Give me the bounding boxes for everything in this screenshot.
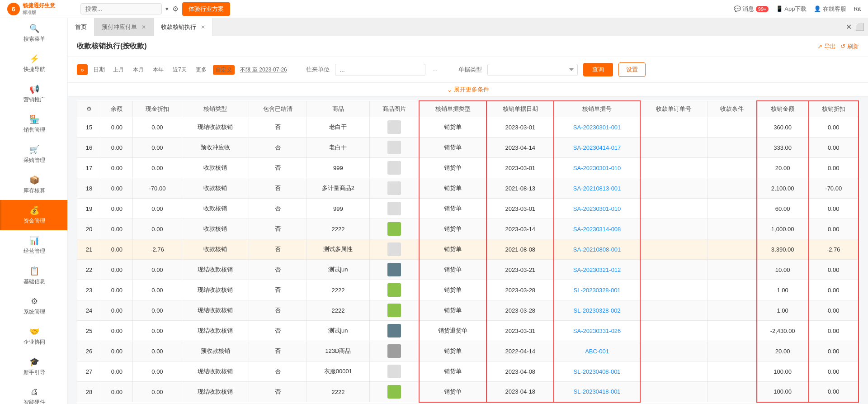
content-area: 首页 预付冲应付单 ✕ 收款核销执行 ✕ ✕ ⬜ 收款核销执行(按收款) ↗ <box>68 18 868 404</box>
sidebar-item-marketing[interactable]: 📢 营销推广 <box>0 79 67 109</box>
trial-button[interactable]: 体验行业方案 <box>182 2 230 16</box>
cell-receipt-no <box>640 361 707 382</box>
cell-balance: 0.00 <box>101 219 132 239</box>
gear-icon[interactable]: ⚙ <box>172 5 179 13</box>
cell-amount: 20.00 <box>757 341 809 361</box>
sidebar-item-collab[interactable]: 🤝 企业协同 <box>0 321 67 352</box>
sidebar-item-purchase[interactable]: 🛒 采购管理 <box>0 139 67 170</box>
top-search-input[interactable] <box>80 3 162 14</box>
filter-date-options: 上月 本月 本年 近7天 更多 自定义 <box>110 65 235 75</box>
sidebar-item-guide[interactable]: 🎓 新手引导 <box>0 352 67 382</box>
tab-close-all-icon[interactable]: ✕ <box>846 23 852 31</box>
date-last-month[interactable]: 上月 <box>110 65 127 75</box>
dropdown-arrow-icon[interactable]: ▾ <box>165 5 169 12</box>
refresh-icon: ↺ <box>840 43 845 50</box>
sidebar-item-quicknav[interactable]: ⚡ 快捷导航 <box>0 48 67 79</box>
cell-bill-no: SL-20230328-002 <box>554 300 640 321</box>
bill-no-link[interactable]: SA-20230414-017 <box>573 144 621 151</box>
cell-writeoff-type: 现结收款核销 <box>182 300 249 321</box>
date-this-month[interactable]: 本月 <box>130 65 146 75</box>
app-download-btn[interactable]: 📱 App下载 <box>776 5 807 13</box>
date-range-display[interactable]: 不限 至 2023-07-26 <box>240 66 287 74</box>
date-custom-btn[interactable]: 自定义 <box>213 65 235 75</box>
cell-includes-settled: 否 <box>249 341 307 361</box>
cell-includes-settled: 否 <box>249 382 307 402</box>
tab-home[interactable]: 首页 <box>68 18 94 36</box>
cell-amount: 100.00 <box>757 382 809 402</box>
product-image <box>387 161 401 175</box>
query-button[interactable]: 查询 <box>583 63 613 76</box>
sidebar-item-sales[interactable]: 🏪 销售管理 <box>0 109 67 139</box>
bill-no-link[interactable]: SA-20210808-001 <box>573 246 621 253</box>
cell-amount: 333.00 <box>757 138 809 158</box>
cell-balance: 0.00 <box>101 300 132 321</box>
sidebar-item-search[interactable]: 🔍 搜索菜单 <box>0 18 67 48</box>
cell-product: 测试jun <box>307 260 369 280</box>
tab-writeoff[interactable]: 收款核销执行 ✕ <box>154 18 213 36</box>
bill-no-link[interactable]: SA-20210813-001 <box>573 185 621 192</box>
col-header-product-img: 商品图片 <box>369 101 419 117</box>
sidebar-item-inventory[interactable]: 📦 库存核算 <box>0 170 67 200</box>
app-logo: 6 畅捷通好生意 标准版 <box>7 2 75 16</box>
date-this-year[interactable]: 本年 <box>150 65 166 75</box>
cell-bill-date: 2021-08-13 <box>486 178 554 199</box>
tab-prepay[interactable]: 预付冲应付单 ✕ <box>94 18 154 36</box>
cell-bill-date: 2023-04-18 <box>486 382 554 402</box>
cell-cash-discount: 0.00 <box>133 158 182 178</box>
sidebar-item-basic-info[interactable]: 📋 基础信息 <box>0 261 67 291</box>
product-image <box>387 365 401 378</box>
filter-expand-button[interactable]: » <box>77 64 88 75</box>
logo-icon: 6 <box>7 3 20 15</box>
sidebar-item-operations[interactable]: 📊 经营管理 <box>0 230 67 261</box>
bill-no-link[interactable]: SL-20230408-001 <box>574 368 621 375</box>
date-last-7-days[interactable]: 近7天 <box>170 65 189 75</box>
cell-id: 16 <box>77 138 101 158</box>
table-wrapper[interactable]: ⚙ 余额 现金折扣 核销类型 包含已结清 商品 商品图片 核销单据类型 核销单据… <box>77 97 859 404</box>
settings-button[interactable]: 设置 <box>618 62 646 77</box>
sidebar-item-system[interactable]: ⚙ 系统管理 <box>0 291 67 321</box>
bill-no-link[interactable]: ABC-001 <box>585 348 609 355</box>
bill-no-link[interactable]: SL-20230328-001 <box>574 287 621 294</box>
expand-more-btn[interactable]: ⌄ 展开更多条件 <box>447 83 489 96</box>
product-image <box>387 120 401 134</box>
bill-no-link[interactable]: SA-20230301-010 <box>573 205 621 212</box>
bill-no-link[interactable]: SL-20230328-002 <box>574 307 621 314</box>
table-row: 16 0.00 0.00 预收冲应收 否 老白干 销货单 2023-04-14 … <box>77 138 859 158</box>
tab-prepay-close[interactable]: ✕ <box>142 24 146 30</box>
cell-cash-discount: 0.00 <box>133 341 182 361</box>
partner-filter-input[interactable] <box>335 64 425 76</box>
cell-receipt-no <box>640 239 707 260</box>
cell-balance: 0.00 <box>101 158 132 178</box>
main-layout: 🔍 搜索菜单 ⚡ 快捷导航 📢 营销推广 🏪 销售管理 🛒 采购管理 📦 库存核… <box>0 18 868 404</box>
sales-icon: 🏪 <box>29 114 39 124</box>
tab-writeoff-close[interactable]: ✕ <box>201 24 205 30</box>
refresh-button[interactable]: ↺ 刷新 <box>840 43 859 51</box>
col-header-setting: ⚙ <box>77 101 101 117</box>
bill-no-link[interactable]: SA-20230301-010 <box>573 165 621 171</box>
bill-no-link[interactable]: SA-20230331-026 <box>573 328 621 334</box>
bill-no-link[interactable]: SL-20230418-001 <box>574 388 621 395</box>
cell-id: 24 <box>77 300 101 321</box>
cell-writeoff-type: 收款核销 <box>182 158 249 178</box>
bill-no-link[interactable]: SA-20230301-001 <box>573 124 621 131</box>
sidebar-label-system: 系统管理 <box>24 308 45 316</box>
bill-no-link[interactable]: SA-20230321-012 <box>573 266 621 273</box>
cell-balance: 0.00 <box>101 199 132 219</box>
table-container: ⚙ 余额 现金折扣 核销类型 包含已结清 商品 商品图片 核销单据类型 核销单据… <box>68 97 868 404</box>
cell-bill-type: 销货单 <box>419 219 486 239</box>
bill-type-select[interactable] <box>487 64 578 76</box>
cell-receipt-condition <box>707 199 757 219</box>
date-more[interactable]: 更多 <box>193 65 209 75</box>
cell-receipt-condition <box>707 117 757 138</box>
export-button[interactable]: ↗ 导出 <box>817 43 836 51</box>
online-service-btn[interactable]: 👤 在线客服 <box>814 5 846 13</box>
sidebar-label-hardware: 智能硬件 <box>24 399 45 404</box>
sidebar-item-finance[interactable]: 💰 资金管理 <box>0 200 67 230</box>
bill-no-link[interactable]: SA-20230314-008 <box>573 226 621 233</box>
cell-bill-no: SA-20230414-017 <box>554 138 640 158</box>
sidebar-item-hardware[interactable]: 🖨 智能硬件 <box>0 382 67 404</box>
message-btn[interactable]: 💬 消息 99+ <box>734 5 769 13</box>
top-bar-right: 💬 消息 99+ 📱 App下载 👤 在线客服 Rit <box>734 5 861 13</box>
tab-expand-icon[interactable]: ⬜ <box>855 23 864 31</box>
filter-separator-1: ··· <box>433 67 438 73</box>
